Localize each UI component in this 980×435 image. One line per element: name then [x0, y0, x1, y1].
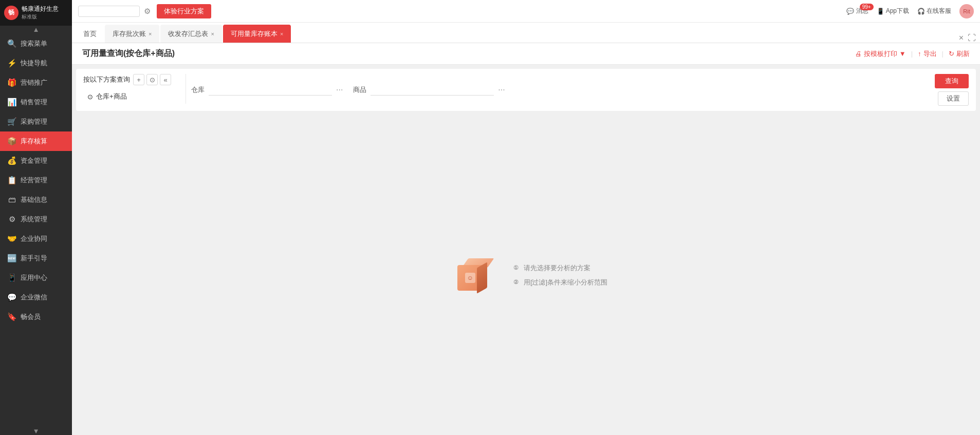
sidebar-icon-sales: 📊 — [7, 98, 16, 107]
tip2-number: ② — [511, 278, 521, 287]
empty-illustration: ☺ — [445, 250, 496, 301]
sidebar-label-finance: 资金管理 — [21, 156, 47, 165]
sidebar-subtitle: 标准版 — [22, 13, 59, 21]
sidebar-item-shortcut[interactable]: ⚡ 快捷导航 — [0, 53, 72, 73]
sidebar-label-corp: 企业协同 — [21, 234, 47, 243]
export-icon: ↑ — [918, 50, 921, 58]
empty-tip-2: ② 用[过滤]条件来缩小分析范围 — [511, 278, 607, 287]
topbar-left: ⚙ 体验行业方案 — [78, 4, 842, 18]
user-avatar[interactable]: Rit — [959, 4, 974, 18]
tip2-text: 用[过滤]条件来缩小分析范围 — [524, 278, 607, 287]
print-template-button[interactable]: 🖨 按模板打印 ▼ — [855, 49, 906, 59]
box-side-face — [477, 262, 487, 294]
print-label: 按模板打印 — [864, 49, 897, 59]
warehouse-input[interactable] — [209, 84, 332, 96]
collapse-scheme-button[interactable]: « — [160, 74, 171, 85]
sidebar-label-wechat: 企业微信 — [21, 293, 47, 302]
sidebar-icon-operation: 📋 — [7, 176, 16, 185]
sidebar-item-finance[interactable]: 💰 资金管理 — [0, 151, 72, 171]
sidebar-item-appstore[interactable]: 📱 应用中心 — [0, 268, 72, 288]
sidebar-scroll-down[interactable]: ▼ — [0, 427, 72, 435]
sidebar-item-purchase[interactable]: 🛒 采购管理 — [0, 112, 72, 131]
sidebar-scroll-up[interactable]: ▲ — [0, 26, 72, 34]
sidebar-icon-appstore: 📱 — [7, 273, 16, 282]
sidebar-label-guide: 新手引导 — [21, 254, 47, 263]
sidebar-label-inventory: 库存核算 — [21, 137, 47, 146]
tab-batch-account[interactable]: 库存批次账 × — [105, 25, 159, 43]
sidebar-item-guide[interactable]: 🆕 新手引导 — [0, 249, 72, 268]
scheme-item-warehouse-goods[interactable]: ⊙ 仓库+商品 — [83, 89, 180, 104]
goods-more-icon[interactable]: ··· — [498, 85, 505, 94]
sidebar-label-operation: 经营管理 — [21, 176, 47, 185]
warehouse-more-icon[interactable]: ··· — [336, 85, 343, 94]
tab-goods-summary[interactable]: 收发存汇总表 × — [160, 25, 221, 43]
topbar-online-service[interactable]: 🎧 在线客服 — [917, 7, 951, 15]
sidebar-item-sales[interactable]: 📊 销售管理 — [0, 92, 72, 112]
tab-available-ledger-close[interactable]: × — [280, 31, 283, 37]
main-area: ⚙ 体验行业方案 💬 消息 99+ 📱 App下载 🎧 在线客服 Rit 首页 — [72, 0, 980, 435]
message-badge: 99+ — [860, 4, 874, 10]
filter-field-warehouse: 仓库 ··· — [191, 84, 343, 96]
sidebar-item-wechat[interactable]: 💬 企业微信 — [0, 288, 72, 307]
sidebar-item-search[interactable]: 🔍 搜索菜单 — [0, 34, 72, 53]
goods-input[interactable] — [371, 84, 494, 96]
sidebar-label-marketing: 营销推广 — [21, 78, 47, 87]
filter-settings-button[interactable]: 设置 — [938, 91, 969, 106]
goods-label: 商品 — [353, 85, 366, 94]
sidebar-item-basic[interactable]: 🗃 基础信息 — [0, 190, 72, 210]
settings-scheme-button[interactable]: ⊙ — [146, 74, 158, 85]
refresh-button[interactable]: ↻ 刷新 — [949, 49, 970, 59]
query-button[interactable]: 查询 — [935, 74, 969, 88]
topbar-search-input[interactable] — [78, 6, 140, 17]
page-title: 可用量查询(按仓库+商品) — [82, 48, 175, 59]
sidebar-item-corp[interactable]: 🤝 企业协同 — [0, 229, 72, 249]
topbar-message[interactable]: 💬 消息 99+ — [846, 7, 868, 15]
sidebar-nav: 🔍 搜索菜单 ⚡ 快捷导航 🎁 营销推广 📊 销售管理 🛒 采购管理 📦 库存核… — [0, 34, 72, 427]
sidebar-item-marketing[interactable]: 🎁 营销推广 — [0, 73, 72, 92]
sidebar-item-member[interactable]: 🔖 畅会员 — [0, 307, 72, 327]
refresh-label: 刷新 — [956, 49, 970, 59]
sidebar-label-search: 搜索菜单 — [21, 39, 47, 48]
empty-tips: ① 请先选择要分析的方案 ② 用[过滤]条件来缩小分析范围 — [511, 263, 607, 287]
service-label: 在线客服 — [927, 7, 951, 15]
tab-goods-summary-close[interactable]: × — [211, 31, 214, 37]
filter-scheme-header: 按以下方案查询 + ⊙ « — [83, 74, 180, 85]
page-actions: 🖨 按模板打印 ▼ | ↑ 导出 | ↻ 刷新 — [855, 49, 970, 59]
sidebar-icon-basic: 🗃 — [7, 195, 16, 204]
tab-available-ledger[interactable]: 可用量库存账本 × — [223, 25, 291, 43]
sidebar-item-system[interactable]: ⚙ 系统管理 — [0, 210, 72, 229]
warehouse-label: 仓库 — [191, 85, 205, 94]
tabbar: 首页 库存批次账 × 收发存汇总表 × 可用量库存账本 × × ⛶ — [72, 23, 980, 43]
export-label: 导出 — [923, 49, 937, 59]
home-tab-label: 首页 — [83, 29, 97, 39]
sidebar-label-appstore: 应用中心 — [21, 273, 47, 282]
tab-collapse-button[interactable]: × — [959, 33, 964, 43]
trial-industry-button[interactable]: 体验行业方案 — [157, 4, 211, 18]
phone-icon: 📱 — [877, 8, 884, 15]
print-dropdown-icon: ▼ — [899, 50, 906, 58]
export-button[interactable]: ↑ 导出 — [918, 49, 937, 59]
batch-account-tab-label: 库存批次账 — [113, 29, 146, 39]
message-icon: 💬 — [846, 8, 854, 15]
sidebar-icon-wechat: 💬 — [7, 293, 16, 302]
topbar-gear-icon[interactable]: ⚙ — [142, 6, 153, 17]
tab-expand-button[interactable]: ⛶ — [968, 33, 976, 43]
action-divider-2: | — [942, 50, 944, 58]
sidebar-label-sales: 销售管理 — [21, 98, 47, 107]
print-icon: 🖨 — [855, 50, 862, 58]
filter-area: 按以下方案查询 + ⊙ « ⊙ 仓库+商品 仓库 ··· — [76, 69, 976, 111]
topbar-input-group: ⚙ — [78, 6, 153, 17]
sidebar-header: 畅 畅康通好生意 标准版 — [0, 0, 72, 26]
app-label: App下载 — [886, 7, 909, 15]
tab-home[interactable]: 首页 — [76, 25, 104, 43]
tab-batch-account-close[interactable]: × — [149, 31, 152, 37]
headset-icon: 🎧 — [917, 8, 925, 15]
add-scheme-button[interactable]: + — [133, 74, 144, 85]
sidebar-item-operation[interactable]: 📋 经营管理 — [0, 171, 72, 190]
sidebar: 畅 畅康通好生意 标准版 ▲ 🔍 搜索菜单 ⚡ 快捷导航 🎁 营销推广 📊 销售… — [0, 0, 72, 435]
empty-tip-1: ① 请先选择要分析的方案 — [511, 263, 607, 273]
box-3d-icon: ☺ — [452, 257, 488, 293]
sidebar-item-inventory[interactable]: 📦 库存核算 — [0, 131, 72, 151]
sidebar-icon-guide: 🆕 — [7, 254, 16, 263]
topbar-app-download[interactable]: 📱 App下载 — [877, 7, 909, 15]
